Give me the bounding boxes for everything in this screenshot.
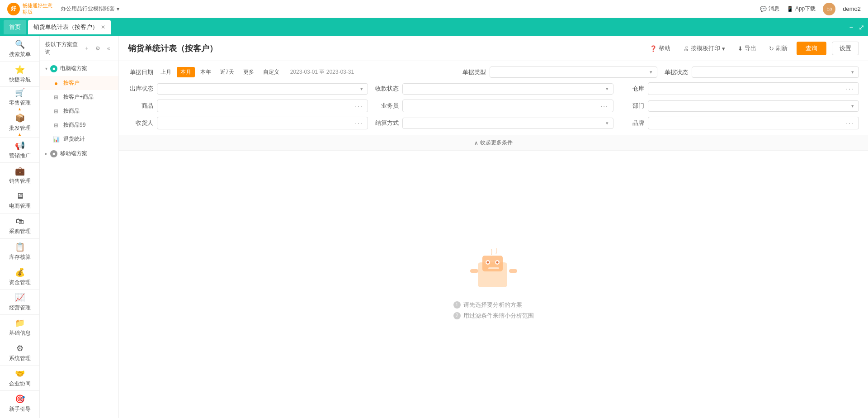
- date-tab-last-7[interactable]: 近7天: [217, 67, 238, 77]
- salesperson-select[interactable]: ···: [402, 100, 613, 112]
- sidebar-item-purchase[interactable]: 🛍 采购管理: [0, 214, 39, 239]
- marketing-label: 营销推广: [9, 152, 31, 160]
- by-goods-label: 按商品: [63, 107, 80, 115]
- scheme-item-by-customer-goods[interactable]: ⊞ 按客户+商品: [40, 90, 118, 104]
- out-status-select[interactable]: [157, 83, 368, 95]
- user-name: demo2: [843, 5, 861, 12]
- sidebar-item-wholesale[interactable]: 📦 批发管理 ▲: [0, 112, 39, 138]
- refresh-label: 刷新: [776, 44, 788, 52]
- filter-goods: 商品 ···: [128, 100, 368, 112]
- sidebar-item-finance[interactable]: 💰 资金管理: [0, 264, 39, 290]
- tab-maximize-btn[interactable]: ⤢: [859, 23, 864, 32]
- message-btn[interactable]: 💬 消息: [760, 5, 779, 13]
- brand-select[interactable]: ···: [648, 117, 859, 129]
- content-area: 按以下方案查询 + ⚙ « ■ 电脑端方案 ●: [40, 36, 868, 418]
- by-customer-icon: ●: [52, 80, 60, 87]
- sidebar-item-enterprise[interactable]: 🤝 企业协同: [0, 366, 39, 391]
- basic-info-icon: 📁: [15, 318, 25, 328]
- settings-btn[interactable]: 设置: [832, 42, 859, 55]
- svg-rect-7: [470, 269, 478, 273]
- filter-row-3: 商品 ··· 业务员 ··· 部门: [128, 100, 859, 112]
- collapse-row[interactable]: ∧ 收起更多条件: [119, 135, 868, 151]
- scheme-group-pc-header[interactable]: ■ 电脑端方案: [40, 61, 118, 76]
- settlement-select[interactable]: [402, 118, 613, 129]
- sidebar-item-marketing[interactable]: 📢 营销推广: [0, 138, 39, 163]
- pc-group-icon: ■: [50, 65, 57, 72]
- tab-close-icon[interactable]: ✕: [101, 24, 105, 30]
- sidebar-item-system[interactable]: ⚙ 系统管理: [0, 340, 39, 366]
- receiver-select[interactable]: ···: [157, 117, 368, 129]
- scheme-item-by-goods[interactable]: ⊞ 按商品: [40, 104, 118, 118]
- sidebar-item-ecommerce[interactable]: 🖥 电商管理: [0, 188, 39, 214]
- return-stats-label: 退货统计: [63, 135, 85, 143]
- salesperson-dots: ···: [600, 102, 609, 109]
- filter-date: 单据日期 上月 本月 本年 近7天 更多 自定义 2023-03-01 至 20…: [128, 67, 455, 77]
- scheme-panel-actions: + ⚙ «: [82, 44, 113, 53]
- scheme-panel: 按以下方案查询 + ⚙ « ■ 电脑端方案 ●: [40, 36, 119, 418]
- export-btn[interactable]: ⬇ 导出: [734, 43, 760, 54]
- user-avatar[interactable]: Ea: [823, 3, 835, 15]
- bill-type-select[interactable]: [490, 66, 657, 78]
- system-label: 系统管理: [9, 355, 31, 362]
- warehouse-select[interactable]: ···: [648, 82, 859, 95]
- app-download-icon: 📱: [787, 6, 793, 12]
- sidebar-item-inventory[interactable]: 📋 库存核算: [0, 239, 39, 264]
- refresh-btn[interactable]: ↻ 刷新: [765, 43, 791, 54]
- logo-icon: 好: [7, 3, 20, 15]
- department-select[interactable]: [648, 100, 859, 112]
- receiver-label: 收货人: [128, 119, 153, 127]
- purchase-icon: 🛍: [16, 217, 24, 226]
- tab-home[interactable]: 首页: [4, 20, 26, 34]
- marketing-icon: 📢: [15, 141, 25, 151]
- warehouse-label: 仓库: [619, 85, 644, 93]
- filter-row-4: 收货人 ··· 结算方式 品牌: [128, 117, 859, 129]
- date-tab-this-month[interactable]: 本月: [177, 67, 195, 77]
- payment-status-label: 收款状态: [373, 85, 399, 93]
- pc-group-label: 电脑端方案: [60, 65, 87, 72]
- filter-area: 单据日期 上月 本月 本年 近7天 更多 自定义 2023-03-01 至 20…: [119, 61, 868, 135]
- collapse-label: 收起更多条件: [480, 139, 513, 147]
- app-download-btn[interactable]: 📱 App下载: [787, 5, 816, 13]
- scheme-item-return-stats[interactable]: 📊 退货统计: [40, 132, 118, 146]
- refresh-icon: ↻: [769, 45, 774, 52]
- finance-label: 资金管理: [9, 279, 31, 286]
- filter-bill-status: 单据状态: [663, 66, 859, 78]
- scheme-item-by-customer[interactable]: ● 按客户: [40, 76, 118, 90]
- empty-text: 1 请先选择要分析的方案 2 用过滤条件来缩小分析范围: [453, 301, 534, 323]
- sidebar-item-sales[interactable]: 💼 销售管理: [0, 163, 39, 188]
- date-tab-more[interactable]: 更多: [240, 67, 258, 77]
- export-icon: ⬇: [738, 45, 743, 52]
- workspace-selector[interactable]: 办公用品行业模拟账套: [57, 3, 123, 14]
- goods-dots: ···: [355, 102, 363, 109]
- warehouse-dots: ···: [846, 85, 854, 92]
- export-label: 导出: [745, 44, 756, 52]
- sidebar-item-quick-nav[interactable]: ⭐ 快捷导航: [0, 62, 39, 87]
- help-btn[interactable]: ❓ 帮助: [646, 43, 674, 54]
- payment-status-select[interactable]: [402, 83, 613, 95]
- filter-department: 部门: [619, 100, 859, 112]
- date-tab-custom[interactable]: 自定义: [259, 67, 283, 77]
- scheme-settings-btn[interactable]: ⚙: [93, 44, 102, 53]
- salesperson-label: 业务员: [373, 102, 399, 110]
- workspace-chevron: [117, 6, 119, 12]
- scheme-add-btn[interactable]: +: [82, 44, 91, 53]
- sidebar-item-search-menu[interactable]: 🔍 搜索菜单: [0, 36, 39, 62]
- template-print-btn[interactable]: 🖨 按模板打印: [679, 43, 729, 54]
- bill-status-select[interactable]: [692, 66, 859, 78]
- scheme-collapse-btn[interactable]: «: [104, 44, 113, 53]
- tab-sales-stats[interactable]: 销货单统计表（按客户） ✕: [28, 20, 111, 34]
- filter-bill-type: 单据类型: [461, 66, 657, 78]
- date-tab-this-year[interactable]: 本年: [197, 67, 215, 77]
- sidebar-item-basic-info[interactable]: 📁 基础信息: [0, 315, 39, 340]
- query-btn[interactable]: 查询: [797, 42, 826, 55]
- sidebar-item-operations[interactable]: 📈 经营管理: [0, 290, 39, 315]
- goods-select[interactable]: ···: [157, 100, 368, 112]
- tab-minimize-btn[interactable]: －: [848, 23, 855, 32]
- sidebar-item-app-center[interactable]: 🔷 应用中心: [0, 416, 39, 418]
- sidebar-item-newbie[interactable]: 🎯 新手引导: [0, 391, 39, 416]
- scheme-item-by-goods-99[interactable]: ⊞ 按商品99: [40, 118, 118, 132]
- sidebar-item-retail[interactable]: 🛒 零售管理 ▲: [0, 87, 39, 112]
- date-tab-last-month[interactable]: 上月: [157, 67, 175, 77]
- scheme-group-mobile-header[interactable]: ■ 移动端方案: [40, 146, 118, 161]
- bill-type-label: 单据类型: [461, 68, 486, 76]
